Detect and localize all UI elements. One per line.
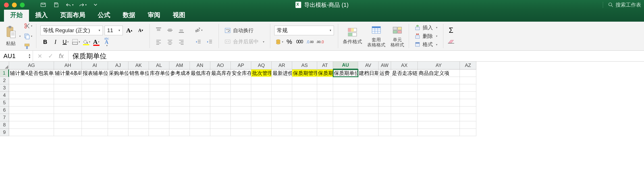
cell-AL8[interactable] [149,121,169,129]
cell-AO8[interactable] [210,121,231,129]
cell-AU5[interactable] [333,99,358,107]
cell-AP4[interactable] [231,92,251,99]
cell-AX2[interactable] [391,77,418,84]
cell-AM5[interactable] [169,99,190,107]
cell-AK8[interactable] [128,121,149,129]
cell-AP8[interactable] [231,121,251,129]
cell-AR7[interactable] [272,114,292,121]
row-header-8[interactable]: 8 [0,121,9,129]
format-cells[interactable]: 格式▾ [413,40,439,49]
cell-AK5[interactable] [128,99,149,107]
cell-AL2[interactable] [149,77,169,84]
copy-button[interactable]: ▾ [23,32,33,41]
cell-AP3[interactable] [231,84,251,92]
cell-AI5[interactable] [82,99,108,107]
cell-AW1[interactable]: 运费 [379,69,391,77]
cell-AG3[interactable] [9,84,54,92]
cell-AY2[interactable] [418,77,460,84]
column-header-AM[interactable]: AM [169,62,190,69]
fx-icon[interactable]: fx [59,52,64,60]
cell-AQ8[interactable] [251,121,272,129]
cell-AS2[interactable] [292,77,317,84]
cell-AS7[interactable] [292,114,317,121]
cell-AI7[interactable] [82,114,108,121]
cell-AV6[interactable] [358,107,379,114]
cell-AX9[interactable] [391,129,418,136]
cell-AV4[interactable] [358,92,379,99]
cell-AK4[interactable] [128,92,149,99]
cell-AN7[interactable] [190,114,210,121]
cell-AK3[interactable] [128,84,149,92]
cell-AG8[interactable] [9,121,54,129]
cell-AO5[interactable] [210,99,231,107]
column-header-AV[interactable]: AV [358,62,379,69]
cell-AW4[interactable] [379,92,391,99]
comma-button[interactable]: 000 [295,37,304,46]
cell-AI2[interactable] [82,77,108,84]
cell-AH3[interactable] [54,84,82,92]
row-header-1[interactable]: 1 [0,69,9,77]
cell-AG9[interactable] [9,129,54,136]
column-header-AK[interactable]: AK [128,62,149,69]
column-header-AR[interactable]: AR [272,62,292,69]
align-middle[interactable] [165,26,175,35]
cell-AV2[interactable] [358,77,379,84]
column-header-AX[interactable]: AX [391,62,418,69]
cell-AW9[interactable] [379,129,391,136]
cell-AM2[interactable] [169,77,190,84]
font-color-button[interactable]: A ▾ [92,37,101,46]
row-header-5[interactable]: 5 [0,99,9,107]
cell-AZ8[interactable] [460,121,476,129]
align-center[interactable] [165,37,175,46]
cell-AQ3[interactable] [251,84,272,92]
tab-insert[interactable]: 插入 [29,9,54,22]
cell-AT6[interactable] [317,107,333,114]
cell-AH7[interactable] [54,114,82,121]
cell-AR3[interactable] [272,84,292,92]
cell-AW6[interactable] [379,107,391,114]
cell-AR1[interactable]: 最新进价 [272,69,292,77]
column-header-AZ[interactable]: AZ [460,62,476,69]
cell-AN6[interactable] [190,107,210,114]
column-header-AG[interactable]: AG [9,62,54,69]
borders-button[interactable]: ▾ [71,37,81,46]
column-header-AY[interactable]: AY [418,62,460,69]
cell-styles[interactable]: 单元格样式 [390,25,404,47]
column-header-AP[interactable]: AP [231,62,251,69]
cell-AJ3[interactable] [108,84,128,92]
phonetic-guide-button[interactable]: abcA▾ [102,37,111,46]
cell-AK7[interactable] [128,114,149,121]
cell-AM1[interactable]: 参考成本 [169,69,190,77]
cell-AR8[interactable] [272,121,292,129]
cell-AN4[interactable] [190,92,210,99]
cell-AT2[interactable] [317,77,333,84]
cell-AS9[interactable] [292,129,317,136]
cell-AW5[interactable] [379,99,391,107]
format-painter-button[interactable] [23,42,33,51]
name-box-stepper[interactable]: ▲▼ [28,53,31,59]
cell-AT5[interactable] [317,99,333,107]
underline-button[interactable]: U▾ [61,37,70,46]
cell-AL5[interactable] [149,99,169,107]
delete-cells[interactable]: 删除▾ [413,32,439,40]
row-header-3[interactable]: 3 [0,84,9,92]
cell-AL7[interactable] [149,114,169,121]
cancel-formula[interactable]: ✕ [38,53,42,60]
clear-button[interactable] [446,37,456,46]
tab-review[interactable]: 审阅 [142,9,167,22]
cell-AJ7[interactable] [108,114,128,121]
bold-button[interactable]: B [40,37,50,46]
cell-AW2[interactable] [379,77,391,84]
cell-AU7[interactable] [333,114,358,121]
increase-decimal[interactable]: .0.00 [305,37,315,46]
cell-AO2[interactable] [210,77,231,84]
cell-AG7[interactable] [9,114,54,121]
tab-formulas[interactable]: 公式 [92,9,117,22]
cell-AT4[interactable] [317,92,333,99]
cell-AU3[interactable] [333,84,358,92]
cell-AS8[interactable] [292,121,317,129]
cell-AN8[interactable] [190,121,210,129]
select-all-corner[interactable] [0,62,9,69]
cell-AH1[interactable]: 辅计量4条码 [54,69,82,77]
cell-AY3[interactable] [418,84,460,92]
